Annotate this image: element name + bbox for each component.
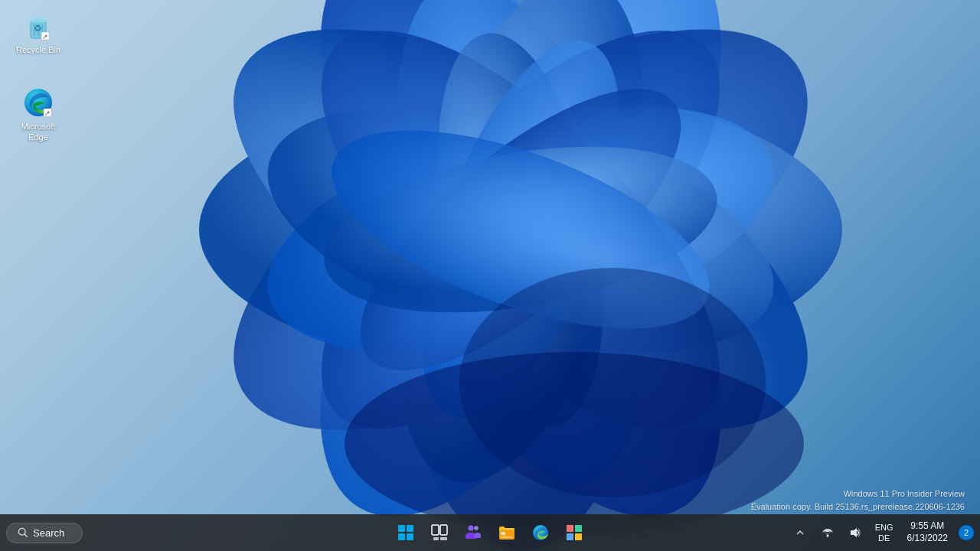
clock-time: 9:55 AM — [910, 520, 944, 533]
store-button[interactable] — [559, 517, 590, 548]
svg-rect-36 — [407, 525, 413, 532]
edge-taskbar-button[interactable] — [525, 517, 556, 548]
svg-line-34 — [24, 534, 27, 536]
svg-rect-52 — [575, 533, 582, 540]
svg-rect-22 — [29, 20, 47, 22]
teams-icon — [464, 523, 482, 542]
taskbar-center — [390, 517, 590, 548]
svg-text:↗: ↗ — [44, 109, 51, 117]
network-button[interactable] — [815, 517, 840, 548]
recycle-bin-icon[interactable]: ♻ ↗ Recycle Bin — [8, 8, 69, 58]
show-hidden-icons-button[interactable] — [788, 517, 812, 548]
svg-rect-35 — [398, 525, 405, 532]
sound-icon — [849, 527, 861, 539]
notification-count: 2 — [964, 528, 969, 537]
edge-taskbar-icon — [531, 523, 550, 542]
teams-button[interactable] — [458, 517, 488, 548]
svg-text:♻: ♻ — [34, 23, 42, 34]
svg-rect-37 — [398, 533, 405, 540]
taskbar: Search — [0, 514, 980, 551]
wallpaper — [77, 0, 919, 551]
watermark-line2: Evaluation copy. Build 25136.rs_prerelea… — [751, 500, 965, 514]
store-icon — [565, 523, 583, 542]
notification-badge[interactable]: 2 — [959, 525, 974, 540]
windows-icon — [397, 524, 414, 541]
microsoft-edge-label: Microsoft Edge — [11, 121, 66, 143]
start-button[interactable] — [390, 517, 421, 548]
svg-point-53 — [826, 535, 828, 537]
svg-rect-51 — [567, 533, 573, 540]
svg-point-44 — [474, 526, 479, 530]
watermark: Windows 11 Pro Insider Preview Evaluatio… — [751, 487, 965, 513]
svg-point-43 — [469, 526, 474, 531]
svg-rect-40 — [440, 525, 447, 535]
network-icon — [822, 527, 834, 539]
language-button[interactable]: ENG DE — [871, 522, 898, 544]
lang-secondary: DE — [878, 533, 890, 543]
svg-rect-42 — [440, 537, 447, 540]
svg-rect-47 — [501, 536, 513, 538]
microsoft-edge-icon[interactable]: ↗ Microsoft Edge — [8, 84, 69, 146]
svg-text:↗: ↗ — [42, 33, 48, 41]
recycle-bin-label: Recycle Bin — [16, 44, 60, 55]
watermark-line1: Windows 11 Pro Insider Preview — [751, 487, 965, 500]
desktop: ♻ ↗ Recycle Bin — [0, 0, 980, 551]
svg-rect-39 — [432, 525, 439, 535]
chevron-up-icon — [795, 528, 805, 537]
search-icon — [18, 527, 28, 538]
sound-button[interactable] — [843, 517, 867, 548]
task-view-icon — [431, 524, 448, 541]
file-explorer-button[interactable] — [492, 517, 522, 548]
svg-rect-23 — [34, 18, 43, 20]
svg-marker-54 — [851, 528, 857, 537]
clock-date: 6/13/2022 — [907, 533, 948, 545]
search-label: Search — [33, 527, 64, 539]
clock-button[interactable]: 9:55 AM 6/13/2022 — [901, 520, 954, 544]
search-button[interactable]: Search — [6, 523, 83, 543]
svg-rect-41 — [433, 537, 439, 540]
svg-rect-49 — [567, 525, 573, 532]
svg-rect-50 — [575, 525, 582, 532]
svg-rect-46 — [501, 532, 505, 535]
svg-point-20 — [345, 352, 804, 536]
file-explorer-icon — [498, 523, 516, 542]
lang-primary: ENG — [875, 522, 893, 533]
system-tray: ENG DE 9:55 AM 6/13/2022 2 — [788, 517, 974, 548]
svg-rect-38 — [407, 533, 413, 540]
task-view-button[interactable] — [424, 517, 455, 548]
